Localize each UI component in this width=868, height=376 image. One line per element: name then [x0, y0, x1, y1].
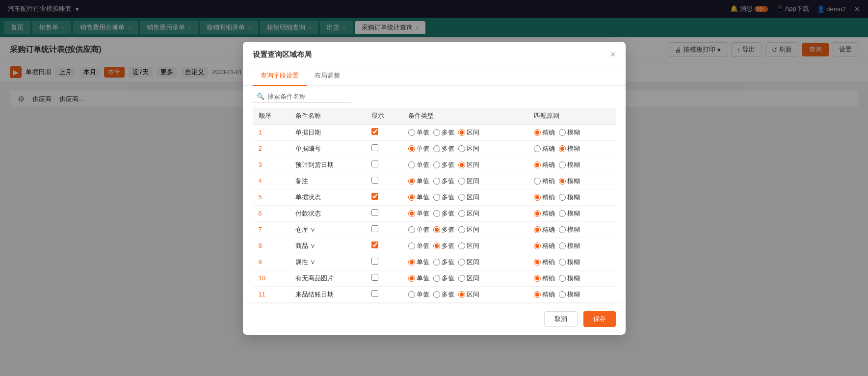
- type-multi-option[interactable]: 多值: [433, 225, 454, 234]
- row-type: 单值多值区间: [402, 238, 528, 254]
- show-checkbox[interactable]: [371, 128, 378, 135]
- table-row: 9属性 ∨单值多值区间精确模糊: [253, 254, 616, 270]
- type-multi-option[interactable]: 多值: [433, 177, 454, 186]
- type-range-option[interactable]: 区间: [458, 193, 479, 202]
- dialog-overlay: 设置查询区域布局 × 查询字段设置 布局调整 🔍 顺序 条件名称 显示: [0, 0, 868, 279]
- show-checkbox[interactable]: [371, 258, 378, 265]
- type-multi-option[interactable]: 多值: [433, 128, 454, 137]
- type-range-option[interactable]: 区间: [458, 161, 479, 169]
- match-exact-option[interactable]: 精确: [534, 258, 555, 267]
- row-show[interactable]: [366, 189, 403, 205]
- match-fuzzy-option[interactable]: 模糊: [559, 209, 580, 218]
- type-range-option[interactable]: 区间: [458, 242, 479, 250]
- table-row: 3预计到货日期单值多值区间精确模糊: [253, 157, 616, 173]
- match-exact-option[interactable]: 精确: [534, 177, 555, 186]
- match-exact-option[interactable]: 精确: [534, 144, 555, 153]
- row-show[interactable]: [366, 270, 403, 279]
- type-single-option[interactable]: 单值: [408, 225, 429, 234]
- type-range-option[interactable]: 区间: [458, 209, 479, 218]
- row-show[interactable]: [366, 124, 403, 140]
- search-input[interactable]: [267, 93, 346, 100]
- match-fuzzy-option[interactable]: 模糊: [559, 193, 580, 202]
- type-multi-option[interactable]: 多值: [433, 209, 454, 218]
- row-type: 单值多值区间: [402, 173, 528, 189]
- match-fuzzy-option[interactable]: 模糊: [559, 161, 580, 169]
- type-single-option[interactable]: 单值: [408, 161, 429, 169]
- match-exact-option[interactable]: 精确: [534, 209, 555, 218]
- show-checkbox[interactable]: [371, 161, 378, 167]
- type-single-option[interactable]: 单值: [408, 128, 429, 137]
- type-single-option[interactable]: 单值: [408, 209, 429, 218]
- row-show[interactable]: [366, 173, 403, 189]
- row-name: 单据状态: [289, 189, 365, 205]
- match-fuzzy-option[interactable]: 模糊: [559, 225, 580, 234]
- row-show[interactable]: [366, 238, 403, 254]
- row-type: 单值多值区间: [402, 124, 528, 140]
- row-show[interactable]: [366, 205, 403, 221]
- match-exact-option[interactable]: 精确: [534, 161, 555, 169]
- dialog-close-button[interactable]: ×: [610, 50, 616, 60]
- dialog-header: 设置查询区域布局 ×: [243, 42, 626, 66]
- type-range-option[interactable]: 区间: [458, 225, 479, 234]
- show-checkbox[interactable]: [371, 193, 378, 200]
- match-exact-option[interactable]: 精确: [534, 242, 555, 250]
- row-match: 精确模糊: [528, 124, 616, 140]
- type-range-option[interactable]: 区间: [458, 274, 479, 279]
- type-range-option[interactable]: 区间: [458, 177, 479, 186]
- match-fuzzy-option[interactable]: 模糊: [559, 258, 580, 267]
- show-checkbox[interactable]: [371, 274, 378, 279]
- row-order: 4: [253, 173, 290, 189]
- row-name: 单据日期: [289, 124, 365, 140]
- match-exact-option[interactable]: 精确: [534, 193, 555, 202]
- row-name: 有无商品图片: [289, 270, 365, 279]
- show-checkbox[interactable]: [371, 177, 378, 184]
- row-name: 备注: [289, 173, 365, 189]
- type-multi-option[interactable]: 多值: [433, 274, 454, 279]
- type-multi-option[interactable]: 多值: [433, 258, 454, 267]
- tab-query-field-settings[interactable]: 查询字段设置: [253, 66, 307, 86]
- match-fuzzy-option[interactable]: 模糊: [559, 242, 580, 250]
- type-multi-option[interactable]: 多值: [433, 193, 454, 202]
- col-type: 条件类型: [402, 107, 528, 125]
- type-single-option[interactable]: 单值: [408, 193, 429, 202]
- table-row: 4备注单值多值区间精确模糊: [253, 173, 616, 189]
- row-match: 精确模糊: [528, 270, 616, 279]
- match-fuzzy-option[interactable]: 模糊: [559, 144, 580, 153]
- type-multi-option[interactable]: 多值: [433, 161, 454, 169]
- show-checkbox[interactable]: [371, 242, 378, 248]
- show-checkbox[interactable]: [371, 225, 378, 232]
- col-name: 条件名称: [289, 107, 365, 125]
- row-order: 9: [253, 254, 290, 270]
- row-show[interactable]: [366, 221, 403, 238]
- row-show[interactable]: [366, 254, 403, 270]
- row-match: 精确模糊: [528, 189, 616, 205]
- show-checkbox[interactable]: [371, 144, 378, 151]
- type-single-option[interactable]: 单值: [408, 242, 429, 250]
- row-show[interactable]: [366, 140, 403, 157]
- match-exact-option[interactable]: 精确: [534, 225, 555, 234]
- type-multi-option[interactable]: 多值: [433, 144, 454, 153]
- type-single-option[interactable]: 单值: [408, 144, 429, 153]
- match-exact-option[interactable]: 精确: [534, 128, 555, 137]
- table-row: 8商品 ∨单值多值区间精确模糊: [253, 238, 616, 254]
- type-range-option[interactable]: 区间: [458, 144, 479, 153]
- tab-layout-adjust[interactable]: 布局调整: [307, 66, 348, 86]
- row-show[interactable]: [366, 157, 403, 173]
- type-range-option[interactable]: 区间: [458, 258, 479, 267]
- type-single-option[interactable]: 单值: [408, 274, 429, 279]
- match-fuzzy-option[interactable]: 模糊: [559, 274, 580, 279]
- type-range-option[interactable]: 区间: [458, 128, 479, 137]
- dialog-tabs: 查询字段设置 布局调整: [243, 66, 626, 86]
- row-name: 仓库 ∨: [289, 221, 365, 238]
- match-fuzzy-option[interactable]: 模糊: [559, 128, 580, 137]
- type-single-option[interactable]: 单值: [408, 177, 429, 186]
- match-fuzzy-option[interactable]: 模糊: [559, 177, 580, 186]
- match-exact-option[interactable]: 精确: [534, 274, 555, 279]
- table-row: 10有无商品图片单值多值区间精确模糊: [253, 270, 616, 279]
- col-order: 顺序: [253, 107, 290, 125]
- type-multi-option[interactable]: 多值: [433, 242, 454, 250]
- row-type: 单值多值区间: [402, 270, 528, 279]
- search-icon: 🔍: [257, 93, 264, 100]
- show-checkbox[interactable]: [371, 209, 378, 216]
- type-single-option[interactable]: 单值: [408, 258, 429, 267]
